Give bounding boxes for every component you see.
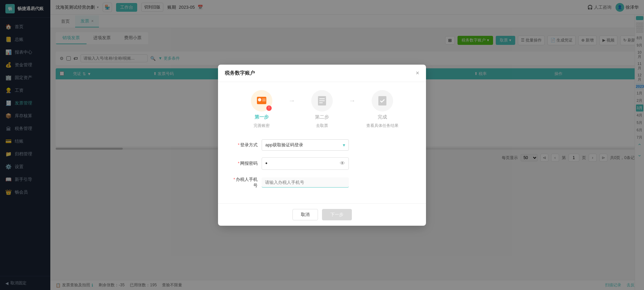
dialog-body: ! 第一步 完善账密 →: [218, 82, 426, 203]
dialog-title: 税务数字账户: [225, 70, 255, 76]
step-2-icon-wrap: [311, 90, 333, 112]
step-3: 完成 查看具体任务结果: [362, 90, 402, 129]
modal-overlay: 税务数字账户 ×: [0, 0, 644, 290]
login-method-select[interactable]: app获取验证码登录 ▾: [262, 139, 349, 151]
svg-rect-8: [378, 96, 386, 105]
step-1-desc: 完善账密: [254, 123, 270, 129]
dialog-close-button[interactable]: ×: [416, 70, 419, 76]
phone-input[interactable]: [262, 177, 349, 188]
toggle-password-icon[interactable]: 👁: [340, 160, 345, 166]
login-method-field: 登录方式 app获取验证码登录 ▾: [231, 139, 413, 151]
step-3-label: 完成: [378, 114, 387, 120]
step-3-icon-wrap: [372, 90, 393, 112]
dialog-form: 登录方式 app获取验证码登录 ▾ 网报密码 • 👁: [231, 139, 413, 189]
dialog-header: 税务数字账户 ×: [218, 65, 426, 82]
password-field: 网报密码 • 👁: [231, 157, 413, 170]
step-2-icon: [316, 95, 328, 107]
password-input-wrap: • 👁: [262, 157, 349, 170]
svg-point-1: [258, 98, 261, 101]
password-label: 网报密码: [231, 160, 262, 166]
login-method-value: app获取验证码登录: [265, 142, 303, 148]
password-dots: •: [265, 160, 268, 167]
step-2-label: 第二步: [315, 114, 329, 120]
step-3-desc: 查看具体任务结果: [366, 123, 398, 129]
step-1-icon-wrap: !: [251, 90, 272, 112]
step-2-desc: 去取票: [316, 123, 328, 129]
cancel-button[interactable]: 取消: [292, 209, 318, 220]
step-1-icon: [256, 95, 268, 107]
step-arrow-1: →: [282, 90, 302, 104]
step-1-label: 第一步: [255, 114, 269, 120]
step-1-badge: !: [266, 105, 272, 111]
next-step-button[interactable]: 下一步: [322, 209, 352, 220]
step-arrow-2: →: [342, 90, 362, 104]
step-3-icon: [376, 95, 388, 107]
step-2: 第二步 去取票: [302, 90, 342, 129]
phone-label: 办税人手机号: [231, 176, 262, 189]
select-arrow-icon: ▾: [343, 142, 345, 148]
step-1: ! 第一步 完善账密: [241, 90, 282, 129]
tax-digital-dialog: 税务数字账户 ×: [218, 65, 426, 226]
phone-field: 办税人手机号: [231, 176, 413, 189]
dialog-footer: 取消 下一步: [218, 203, 426, 226]
login-method-label: 登录方式: [231, 142, 262, 148]
steps-indicator: ! 第一步 完善账密 →: [231, 90, 413, 129]
